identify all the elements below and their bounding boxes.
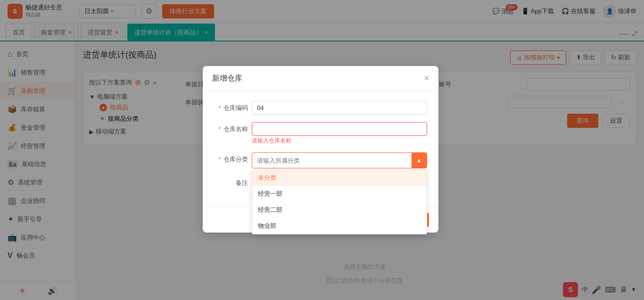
- name-error-msg: 请输入仓库名称: [252, 137, 427, 145]
- modal-header: 新增仓库 ×: [203, 66, 438, 92]
- dropdown-option-dept1[interactable]: 经营一部: [252, 186, 427, 202]
- name-label: * 仓库名称: [214, 122, 252, 133]
- category-dropdown-list: 未分类 经营一部 经营二部 物业部: [252, 169, 427, 234]
- name-input[interactable]: [252, 122, 427, 136]
- dropdown-option-dept2[interactable]: 经营二部: [252, 202, 427, 218]
- form-row-name: * 仓库名称 请输入仓库名称: [214, 122, 427, 145]
- modal-add-warehouse: 新增仓库 × * 仓库编码 * 仓库名称: [203, 66, 438, 233]
- modal-title: 新增仓库: [212, 74, 242, 83]
- code-label: * 仓库编码: [214, 101, 252, 112]
- form-row-code: * 仓库编码: [214, 101, 427, 115]
- note-label: 备注: [214, 176, 252, 187]
- dropdown-option-unclassified[interactable]: 未分类: [252, 170, 427, 186]
- category-dropdown-wrapper: ▲ 未分类 经营一部 经营二部 物业部: [252, 152, 427, 168]
- modal-close-button[interactable]: ×: [424, 74, 429, 83]
- category-input[interactable]: [252, 154, 412, 167]
- modal-overlay: 新增仓库 × * 仓库编码 * 仓库名称: [0, 0, 644, 300]
- category-dropdown-toggle[interactable]: ▲: [412, 153, 427, 168]
- category-input-row: ▲: [252, 152, 427, 168]
- code-input[interactable]: [252, 101, 427, 115]
- category-label: * 仓库分类: [214, 152, 252, 164]
- modal-body: * 仓库编码 * 仓库名称 请输入仓库名称: [203, 92, 438, 207]
- dropdown-option-dept3[interactable]: 物业部: [252, 218, 427, 234]
- form-row-category: * 仓库分类 ▲ 未分类 经营一部 经营二部 物业部: [214, 152, 427, 168]
